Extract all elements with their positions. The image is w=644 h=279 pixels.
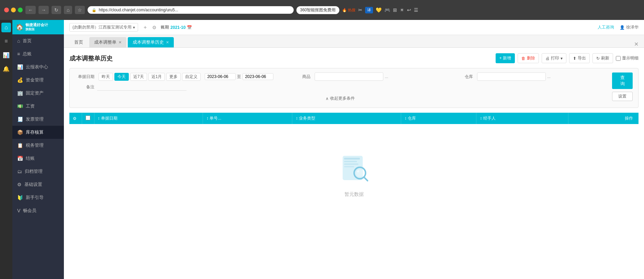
- add-company-btn[interactable]: +: [142, 24, 148, 31]
- th-number[interactable]: ↕ 单号...: [203, 113, 292, 124]
- fixed-assets-menu-icon: 🏢: [17, 90, 23, 96]
- company-dropdown-icon: ▾: [133, 25, 135, 30]
- refresh-btn[interactable]: ↻ 刷新: [592, 53, 613, 63]
- home-nav-btn[interactable]: ⌂: [64, 6, 72, 14]
- export-btn[interactable]: ⬆ 导出: [569, 53, 590, 63]
- window-max-btn[interactable]: [18, 8, 23, 12]
- star-btn[interactable]: ☆: [75, 6, 85, 14]
- sidebar-item-tax[interactable]: 📋 税务管理: [12, 139, 64, 152]
- tab-cost-adjust[interactable]: 成本调整单 ✕: [89, 37, 126, 47]
- sidebar-item-fixed-assets[interactable]: 🏢 固定资产: [12, 87, 64, 100]
- grid-icon[interactable]: ⊞: [393, 7, 397, 13]
- brightness-icon[interactable]: ☀: [400, 7, 404, 13]
- panel-close-btn[interactable]: ✕: [634, 41, 639, 47]
- scissors-icon[interactable]: ✂: [358, 7, 362, 13]
- date-btn-more[interactable]: 更多: [166, 73, 181, 81]
- window-min-btn[interactable]: [11, 8, 16, 12]
- icon-bar-notification[interactable]: 🔔: [1, 64, 11, 74]
- th-gear[interactable]: ⚙: [69, 113, 82, 124]
- search-box[interactable]: 360智能抠图免费用: [296, 6, 339, 14]
- query-btn[interactable]: 查询: [612, 72, 633, 89]
- goods-more-btn[interactable]: ...: [385, 74, 388, 79]
- collapse-filter-label: 收起更多条件: [330, 96, 355, 101]
- show-detail-checkbox[interactable]: [616, 56, 621, 61]
- sidebar-item-reports[interactable]: 📊 云报表中心: [12, 60, 64, 74]
- th-date[interactable]: ↕ 单据日期: [94, 113, 203, 124]
- date-from-input[interactable]: [205, 73, 236, 80]
- delete-btn[interactable]: 🗑 删除: [518, 53, 539, 63]
- sidebar-item-archive[interactable]: 🗂 归档管理: [12, 165, 64, 178]
- back-btn[interactable]: ←: [25, 6, 36, 14]
- date-btn-1month[interactable]: 近1月: [148, 73, 165, 81]
- date-shortcuts: 昨天 今天 近7天 近1月 更多 自定义: [99, 73, 201, 81]
- sidebar-item-invoices[interactable]: 🧾 发票管理: [12, 113, 64, 126]
- wallet-icon[interactable]: 💛: [376, 7, 382, 13]
- goods-filter-input[interactable]: [315, 72, 383, 81]
- date-btn-yesterday[interactable]: 昨天: [99, 73, 113, 81]
- menu-icon[interactable]: ☰: [414, 7, 418, 13]
- forward-btn[interactable]: →: [38, 6, 49, 14]
- sidebar-item-ledger[interactable]: ≡ 总账: [12, 47, 64, 60]
- sidebar-label-payroll: 工资: [26, 103, 35, 109]
- vip-menu-icon: V: [17, 208, 20, 213]
- date-btn-today[interactable]: 今天: [114, 73, 129, 81]
- page-actions: + 新增 🗑 删除 🖨 打印 ▾ ⬆ 导出 ↻: [496, 53, 639, 63]
- sidebar-item-inventory[interactable]: 📦 库存核算: [12, 126, 64, 139]
- show-detail-toggle[interactable]: 显示明细: [616, 55, 639, 61]
- browser-window-controls[interactable]: [4, 8, 23, 12]
- tab-home[interactable]: 首页: [69, 37, 88, 47]
- calendar-icon[interactable]: 📅: [187, 25, 192, 30]
- reload-btn[interactable]: ↻: [52, 6, 61, 14]
- date-btn-custom[interactable]: 自定义: [182, 73, 201, 81]
- sidebar-item-vip[interactable]: V 畅会员: [12, 204, 64, 217]
- th-warehouse[interactable]: ↕ 仓库: [401, 113, 476, 124]
- warehouse-more-btn[interactable]: ...: [547, 74, 551, 79]
- empty-state: 暂元数据: [69, 124, 639, 225]
- tab-cost-adjust-close[interactable]: ✕: [118, 40, 122, 45]
- icon-bar-home[interactable]: ⌂: [1, 23, 11, 32]
- tab-cost-adjust-history-close[interactable]: ✕: [166, 40, 169, 45]
- th-handler[interactable]: ↕ 经手人: [476, 113, 568, 124]
- game-icon[interactable]: 🎮: [384, 7, 390, 13]
- company-selector[interactable]: (勿删勿禁用）江西服宝测试专用 ▾: [69, 23, 138, 32]
- translate-icon[interactable]: 译: [365, 7, 373, 13]
- print-icon: 🖨: [545, 56, 550, 61]
- filter-settings-btn[interactable]: 设置: [612, 92, 633, 101]
- icon-bar-ledger[interactable]: ≡: [1, 36, 11, 46]
- sidebar-item-funds[interactable]: 💰 资金管理: [12, 74, 64, 87]
- support-btn[interactable]: 人工咨询: [598, 24, 614, 30]
- svg-rect-3: [344, 164, 358, 165]
- period-value: 2021-10: [170, 25, 185, 30]
- date-to-input[interactable]: [242, 73, 273, 80]
- window-close-btn[interactable]: [4, 8, 9, 12]
- print-btn[interactable]: 🖨 打印 ▾: [542, 53, 566, 63]
- collapse-filter-btn[interactable]: ∧ 收起更多条件: [75, 93, 605, 103]
- delete-icon: 🗑: [521, 56, 526, 61]
- undo-icon[interactable]: ↩: [407, 7, 411, 13]
- th-action-label: 操作: [625, 116, 633, 121]
- address-bar[interactable]: 🔒 https://cloud.chanjet.com/accounting/u…: [88, 6, 294, 14]
- select-all-checkbox[interactable]: [86, 115, 90, 120]
- th-check[interactable]: [82, 113, 94, 124]
- sidebar: 🏠 畅捷通好会计 旗舰版 ⌂ 首页 ≡ 总账 📊 云报表中心 💰 资金管理: [12, 20, 64, 279]
- th-biz-type[interactable]: ↕ 业务类型: [292, 113, 401, 124]
- app-container: ⌂ ≡ 📊 🔔 🏠 畅捷通好会计 旗舰版 ⌂ 首页 ≡ 总账 📊 云报表中心: [0, 20, 644, 279]
- tab-cost-adjust-history[interactable]: 成本调整单历史 ✕: [128, 37, 174, 47]
- user-menu[interactable]: 👤 徐泽华: [620, 24, 639, 30]
- th-date-label: ↕ 单据日期: [98, 116, 117, 121]
- notes-filter-input[interactable]: [97, 83, 187, 91]
- sidebar-item-guide[interactable]: 🔰 新手引导: [12, 191, 64, 204]
- show-detail-label: 显示明细: [622, 55, 639, 61]
- new-btn[interactable]: + 新增: [496, 53, 515, 63]
- sidebar-label-settings: 基础设置: [24, 181, 42, 188]
- warehouse-filter-input[interactable]: [477, 72, 546, 81]
- settings-gear-icon[interactable]: ⚙: [152, 25, 157, 30]
- goods-filter-label: 商品: [291, 74, 310, 80]
- invoices-menu-icon: 🧾: [17, 116, 23, 122]
- date-btn-7days[interactable]: 近7天: [130, 73, 147, 81]
- sidebar-item-settings[interactable]: ⚙ 基础设置: [12, 178, 64, 191]
- sidebar-item-payroll[interactable]: 💵 工资: [12, 100, 64, 113]
- icon-bar-reports[interactable]: 📊: [1, 50, 11, 60]
- sidebar-item-period-close[interactable]: 📅 结账: [12, 152, 64, 165]
- sidebar-item-home[interactable]: ⌂ 首页: [12, 34, 64, 47]
